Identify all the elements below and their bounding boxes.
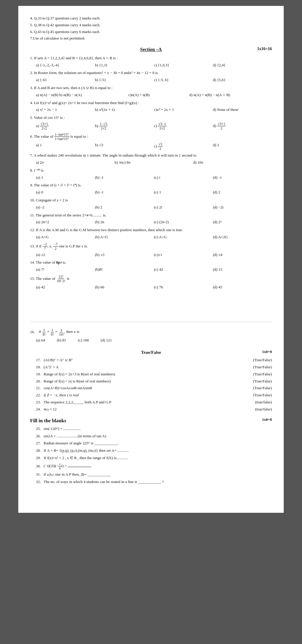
q7-num: 7. bbox=[30, 153, 34, 157]
q16-num: 16. bbox=[30, 329, 38, 334]
q8-opt-d: (d) −i bbox=[213, 175, 272, 181]
fb-28-num: 28. bbox=[36, 448, 43, 453]
tf-22-answer: (True/False) bbox=[242, 392, 272, 398]
instruction-5: 5. Q.38 to Q.42 questions carry 4 marks … bbox=[30, 22, 272, 28]
q11-opt-a: (a) 2n+2 bbox=[36, 219, 95, 225]
q14-text: The value of 8p₇ is. bbox=[36, 260, 66, 264]
question-14: 14. The value of 8p₇ is. (a) 7! (b)8! (c… bbox=[30, 259, 272, 273]
q8-opt-b: (b) -1 bbox=[95, 175, 154, 181]
instruction-6: 6. Q.43 to Q.45 questions carry 6 marks … bbox=[30, 29, 272, 35]
fb-31-text: if a,b,c one in A.P then, 2b= __________… bbox=[44, 472, 111, 477]
fill-blanks-title: Fill in the blanks bbox=[30, 418, 66, 423]
tf-20-answer: (True/False) bbox=[242, 378, 272, 385]
q9-num: 9. bbox=[30, 183, 34, 187]
instructions-section: 4. Q.33 to Q.37 questions carry 2 marks … bbox=[30, 15, 272, 42]
fb-item-28: 28. If A × B= {(p,q), (p,r),(m,q), (m,r)… bbox=[30, 448, 272, 454]
q1-options: a) {-1,-2,-3,-4} b) {1,3} c) {1,0,3} d) … bbox=[30, 62, 272, 68]
section-a-marks: 1x16=16 bbox=[257, 46, 272, 52]
q13-options: (a) ±2 (b) ±3 (c)±1 (d) ±4 bbox=[30, 252, 272, 258]
q15-opt-b: (b) 66 bbox=[95, 284, 154, 290]
fill-blanks-section: 25. sin(-120°) = .................. 26. … bbox=[30, 426, 272, 485]
q5-options: a) √3+12√2 b) 1−√32√2 c) √3−12√2 d) √3+1… bbox=[30, 122, 272, 131]
q13-opt-a: (a) ±2 bbox=[36, 252, 95, 258]
fb-26-num: 26. bbox=[36, 434, 43, 438]
tf-item-22: 22. if z̄ = −z, then z is real (True/Fal… bbox=[30, 392, 272, 398]
q5-opt-a: a) √3+12√2 bbox=[36, 122, 95, 131]
q15-opt-a: (a) 42 bbox=[36, 284, 95, 290]
tf-17-answer: (True/False) bbox=[242, 357, 272, 363]
q14-opt-c: (c) 42 bbox=[154, 267, 213, 273]
q6-opt-c: c) √32 bbox=[154, 142, 213, 151]
q3-num: 3. bbox=[30, 86, 34, 90]
q10-opt-d: (d) −2i bbox=[213, 204, 272, 211]
tf-17-text: 17. (AUB)ᶜ = Aᶜ ∪ Bᶜ bbox=[36, 357, 242, 363]
q14-num: 14. bbox=[30, 260, 36, 264]
q3-opt-d: d) n(A) + n(B) − n(A ∩ B) bbox=[189, 92, 272, 98]
fb-32-num: 32. bbox=[36, 479, 43, 484]
fb-27-num: 27. bbox=[36, 441, 43, 445]
q9-opt-b: (b) -1 bbox=[95, 189, 154, 196]
fb-25-num: 25. bbox=[36, 426, 43, 431]
q7-opt-d: d) 10π bbox=[193, 160, 272, 166]
exam-page: 4. Q.33 to Q.37 questions carry 2 marks … bbox=[18, 6, 284, 513]
fb-30-text: (−i)(2i)(−18i) = bbox=[44, 464, 91, 468]
fb-item-25: 25. sin(-120°) = .................. bbox=[30, 426, 272, 432]
q10-text: Conjugate of z = 2 is bbox=[36, 198, 68, 202]
fb-29-text: If f(x)=x² + 2 , x ∈ R , then the range … bbox=[44, 456, 128, 460]
question-8: 8. i⁻⁴⁰ is (a) 1 (b) -1 (c) i (d) −i bbox=[30, 167, 272, 181]
tf-19-text: 19. Range of f(x) = 2x+3 is R(set of rea… bbox=[36, 371, 242, 377]
fb-27-text: Radian measure of angle 225° is ________… bbox=[44, 441, 118, 445]
q10-opt-b: (b) 2 bbox=[95, 204, 154, 211]
q11-opt-c: (c) (2n-2) bbox=[154, 219, 213, 225]
bottom-space bbox=[30, 486, 272, 504]
fill-blanks-marks: 1x8=8 bbox=[262, 417, 272, 423]
q14-options: (a) 7! (b)8! (c) 42 (d) 15 bbox=[30, 267, 272, 273]
q8-options: (a) 1 (b) -1 (c) i (d) −i bbox=[30, 175, 272, 181]
q9-opt-c: (c) 1 bbox=[154, 189, 213, 196]
q7-opt-a: a) 2π bbox=[36, 160, 115, 166]
q3-options: a) n(A) − n(B) b) n(B) − n(A) c)n(A) + n… bbox=[30, 92, 272, 98]
q1-opt-b: b) {1,3} bbox=[95, 62, 154, 68]
tf-item-18: 18. (Aᶜ)ᶜ = A (True/False) bbox=[30, 364, 272, 370]
fb-31-num: 31. bbox=[36, 472, 43, 477]
q8-opt-c: (c) i bbox=[154, 175, 213, 181]
q15-opt-c: (c) 76 bbox=[154, 284, 213, 290]
q4-num: 4. bbox=[30, 101, 34, 105]
q11-opt-b: (b) 2n bbox=[95, 219, 154, 225]
question-9: 9. The value of (i + i² + i³ + i⁴) is. (… bbox=[30, 182, 272, 196]
q13-opt-b: (b) ±3 bbox=[95, 252, 154, 258]
tf-item-20: 20. Range of f(x) = |x| is R(set of real… bbox=[30, 378, 272, 385]
q13-opt-d: (d) ±4 bbox=[213, 252, 272, 258]
tf-18-text: 18. (Aᶜ)ᶜ = A bbox=[36, 364, 242, 370]
tf-22-text: 22. if z̄ = −z, then z is real bbox=[36, 392, 242, 398]
q14-opt-d: (d) 15 bbox=[213, 267, 272, 273]
question-13: 13. if if −27, x, −72 one is G.P the x i… bbox=[30, 242, 272, 258]
tf-20-text: 20. Range of f(x) = |x| is R(set of real… bbox=[36, 378, 242, 385]
q8-text: i⁻⁴⁰ is bbox=[34, 168, 44, 172]
q16-options: (a) 64 (b) 81 (c) 100 (d) 121 bbox=[30, 337, 272, 344]
tf-21-answer: (True/False) bbox=[242, 385, 272, 391]
q1-opt-d: d) {2,4} bbox=[213, 62, 272, 68]
fb-item-32: 32. The no. of ways in which 4 students … bbox=[30, 479, 272, 485]
q12-text: If A is the A.M and G is the G.M between… bbox=[36, 228, 183, 232]
question-3: 3. If A and B are two sets, then n (A ∪ … bbox=[30, 85, 272, 98]
q3-opt-ab: a) n(A) − n(B) b) n(B) − n(A) bbox=[36, 92, 128, 98]
question-5: 5. Value of cos 15° is : a) √3+12√2 b) 1… bbox=[30, 115, 272, 131]
true-false-section: 17. (AUB)ᶜ = Aᶜ ∪ Bᶜ (True/False) 18. (A… bbox=[30, 357, 272, 412]
q8-opt-a: (a) 1 bbox=[36, 175, 95, 181]
tf-18-answer: (True/False) bbox=[242, 364, 272, 370]
q2-opt-c: c) {-5, 6} bbox=[154, 77, 213, 83]
q16-opt-b: (b) 81 bbox=[57, 337, 66, 344]
q9-opt-d: (d) 2 bbox=[213, 189, 272, 196]
question-1: 1. If sets A = {1,2,3,4} and B = {2,4,6,… bbox=[30, 55, 272, 68]
q6-opt-d: d) 2 bbox=[213, 142, 272, 151]
q15-options: (a) 42 (b) 66 (c) 76 (d) 45 bbox=[30, 284, 272, 290]
q8-num: 8. bbox=[30, 168, 34, 172]
q4-options: a) x² + 2x − 1 b) x²(2x + 1) c)x² + 2x +… bbox=[30, 107, 272, 113]
true-false-marks: 1x8=8 bbox=[262, 349, 272, 355]
q13-num: 13. bbox=[30, 244, 36, 248]
q4-text: Let f(x)=x² and g(x)= 2x+1 be two real f… bbox=[34, 101, 139, 105]
q5-num: 5. bbox=[30, 115, 34, 120]
q12-opt-d: (d) A=2G bbox=[213, 234, 272, 240]
q1-opt-c: c) {1,0,3} bbox=[154, 62, 213, 68]
